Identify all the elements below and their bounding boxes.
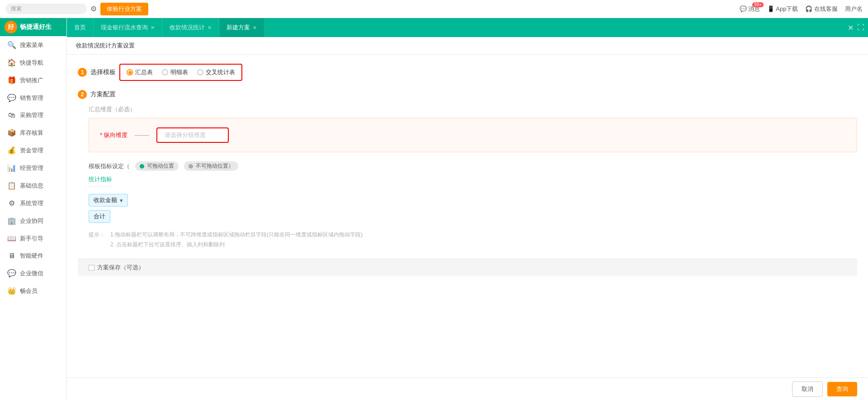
purchase-icon: 🛍 [7, 111, 16, 119]
hint-1: 提示： 1.拖动标题栏可以调整布局，不可跨维度或指标区域拖动栏目字段(只能在同一… [89, 230, 857, 240]
search-placeholder: 搜索 [11, 5, 22, 12]
sidebar-item-label: 智能硬件 [20, 252, 43, 260]
step2-num: 2 [78, 90, 87, 99]
page-title-bar: 收款情况统计方案设置 [67, 37, 868, 55]
sidebar-item-enterprise[interactable]: 🏢 企业协同 [0, 212, 66, 230]
metric-tag-collection[interactable]: 收款金额 ▾ [89, 194, 128, 207]
save-checkbox-label[interactable]: 方案保存（可选） [89, 264, 144, 272]
sidebar-item-system[interactable]: ⚙ 系统管理 [0, 194, 66, 212]
tab-collection-stat-close[interactable]: ✕ [208, 25, 212, 31]
tab-new-plan-label: 新建方案 [226, 24, 250, 32]
page-title: 收款情况统计方案设置 [76, 42, 135, 49]
sidebar-item-smart-hw[interactable]: 🖥 智能硬件 [0, 247, 66, 264]
option-cross[interactable]: 交叉统计表 [197, 68, 235, 76]
radio-cross [197, 69, 203, 75]
search-bar[interactable]: 搜索 [5, 4, 87, 14]
trial-btn[interactable]: 体验行业方案 [100, 3, 148, 15]
tab-bank-flow-label: 现金银行流水查询 [101, 24, 148, 32]
sidebar-item-basic-info[interactable]: 📋 基础信息 [0, 177, 66, 194]
dimension-row: * 纵向维度 —— 请选择分组维度 [100, 127, 846, 143]
sidebar-item-sales[interactable]: 💬 销售管理 [0, 89, 66, 107]
enterprise-icon: 🏢 [7, 216, 16, 225]
sidebar-item-label: 销售管理 [20, 94, 43, 102]
metric-total: 合计 [89, 210, 110, 223]
sidebar-item-label: 企业协同 [20, 217, 43, 225]
step1-section: 1 选择模板 汇总表 明细表 [78, 64, 857, 81]
non-draggable-toggle: 不可拖动位置） [184, 161, 238, 171]
metrics-section: 模板指标设定（ 可拖动位置 不可拖动位置） 统计指标 [89, 161, 857, 223]
sidebar-item-wechat[interactable]: 💬 企业微信 [0, 264, 66, 282]
hint-2: 2. 点击标题栏下拉可设置排序、插入列和删除列 [89, 240, 857, 250]
radio-summary-inner [128, 71, 132, 74]
sidebar-item-quick-nav[interactable]: 🏠 快捷导航 [0, 54, 66, 71]
sidebar-item-label: 新手引导 [20, 235, 43, 243]
sidebar-item-label: 营销推广 [20, 76, 43, 85]
option-detail-label: 明细表 [170, 68, 188, 76]
radio-summary [127, 69, 133, 75]
sidebar-item-label: 采购管理 [20, 111, 43, 119]
tab-collection-stat[interactable]: 收款情况统计 ✕ [162, 18, 219, 37]
step1-num: 1 [78, 68, 87, 77]
sidebar-item-label: 畅会员 [20, 287, 38, 295]
logo-icon: 好 [5, 21, 17, 33]
metric-total-label: 合计 [94, 213, 105, 220]
metric-tag-label: 收款金额 [94, 196, 117, 204]
basic-info-icon: 📋 [7, 181, 16, 190]
sidebar-item-label: 搜索菜单 [20, 41, 43, 49]
tab-new-plan-close[interactable]: ✕ [253, 25, 257, 31]
download-label: App下载 [776, 5, 798, 12]
service-label: 在线客服 [814, 5, 838, 12]
sales-icon: 💬 [7, 94, 16, 102]
message-btn[interactable]: 💬 消息 99+ [740, 5, 760, 13]
badge-count: 99+ [752, 2, 764, 7]
sidebar-item-purchase[interactable]: 🛍 采购管理 [0, 107, 66, 124]
sidebar-item-label: 资金管理 [20, 146, 43, 155]
sidebar-item-label: 基础信息 [20, 182, 43, 190]
radio-detail [162, 69, 168, 75]
tab-bank-flow[interactable]: 现金银行流水查询 ✕ [94, 18, 162, 37]
sidebar-item-marketing[interactable]: 🎁 营销推广 [0, 71, 66, 89]
logo-area: 好 畅捷通好生 [0, 18, 66, 36]
option-summary[interactable]: 汇总表 [127, 68, 153, 76]
option-detail[interactable]: 明细表 [162, 68, 188, 76]
tab-close-all-icon[interactable]: ✕ [848, 24, 854, 32]
user-name[interactable]: 用户名 [845, 5, 863, 13]
cancel-button[interactable]: 取消 [792, 381, 823, 397]
gear-icon[interactable]: ⚙ [90, 5, 97, 13]
step2-section: 2 方案配置 汇总维度（必选） * 纵向维度 —— [78, 90, 857, 249]
inventory-icon: 📦 [7, 128, 16, 137]
wechat-icon: 💬 [7, 269, 16, 278]
download-btn[interactable]: 📱 App下载 [767, 5, 798, 13]
dimension-select[interactable]: 请选择分组维度 [156, 127, 229, 143]
tab-bank-flow-close[interactable]: ✕ [151, 25, 155, 31]
sidebar-item-finance[interactable]: 💰 资金管理 [0, 141, 66, 159]
step2-header: 2 方案配置 [78, 90, 857, 99]
service-icon: 🎧 [805, 5, 812, 12]
search-menu-icon: 🔍 [7, 41, 16, 49]
dimension-section-title: 汇总维度（必选） [89, 105, 857, 113]
step1-header: 1 选择模板 汇总表 明细表 [78, 64, 857, 81]
tab-expand-icon[interactable]: ⛶ [857, 24, 864, 32]
draggable-toggle: 可拖动位置 [135, 161, 179, 171]
toggle-dot-active [140, 164, 144, 169]
tab-home-label: 首页 [74, 24, 86, 32]
service-btn[interactable]: 🎧 在线客服 [805, 5, 838, 13]
metrics-config-label: 模板指标设定（ [89, 162, 130, 170]
option-summary-label: 汇总表 [135, 68, 153, 76]
save-checkbox[interactable] [89, 265, 94, 271]
sidebar-item-search-menu[interactable]: 🔍 搜索菜单 [0, 36, 66, 54]
chevron-down-icon: ▾ [120, 197, 123, 204]
sidebar-item-guide[interactable]: 📖 新手引导 [0, 230, 66, 247]
tab-home[interactable]: 首页 [67, 18, 94, 37]
sidebar-item-operations[interactable]: 📊 经营管理 [0, 159, 66, 177]
toggle-dot-inactive [189, 164, 193, 169]
vertical-label: * 纵向维度 [100, 131, 127, 139]
download-icon: 📱 [767, 5, 774, 12]
finance-icon: 💰 [7, 146, 16, 155]
sidebar-item-member[interactable]: 👑 畅会员 [0, 282, 66, 300]
sidebar-item-label: 库存核算 [20, 129, 43, 137]
query-button[interactable]: 查询 [827, 382, 857, 396]
sidebar-item-inventory[interactable]: 📦 库存核算 [0, 124, 66, 141]
tab-new-plan[interactable]: 新建方案 ✕ [219, 18, 264, 37]
main-area: 首页 现金银行流水查询 ✕ 收款情况统计 ✕ 新建方案 ✕ ✕ ⛶ 收款情况统计… [67, 18, 868, 400]
